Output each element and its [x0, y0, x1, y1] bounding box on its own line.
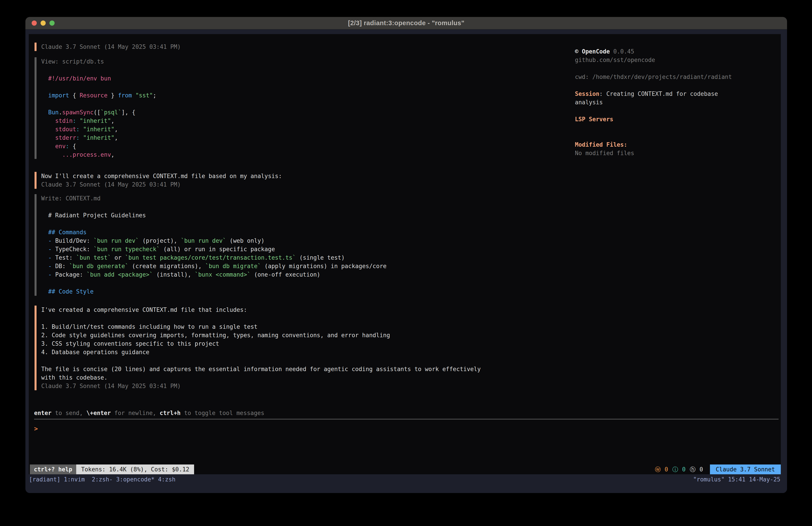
text-line: Now I'll create a comprehensive CONTEXT.… [41, 172, 563, 180]
tmux-status-bar: [radiant] 1:nvim 2:zsh- 3:opencode* 4:zs… [25, 474, 787, 493]
status-sidebar: © OpenCode 0.0.45github.com/sst/opencode… [575, 47, 775, 157]
block-content: Now I'll create a comprehensive CONTEXT.… [41, 172, 563, 189]
model-badge[interactable]: Claude 3.7 Sonnet [710, 465, 781, 474]
block-content: View: script/db.ts #!/usr/bin/env bun im… [41, 57, 563, 159]
lsp-diagnostics: ⓦ 0ⓘ 0ⓗ 0 [651, 465, 703, 474]
message-accent-bar [34, 172, 37, 189]
text-line [41, 66, 563, 74]
text-line: 4. Database operations guidance [41, 348, 563, 356]
text-line: env: { [41, 142, 563, 151]
message-accent-bar [34, 43, 37, 51]
text-line: No modified files [575, 149, 775, 157]
terminal-content: Claude 3.7 Sonnet (14 May 2025 03:41 PM)… [25, 29, 787, 493]
text-line: - Package: `bun add <package>` (install)… [41, 270, 563, 279]
prompt-symbol: > [34, 425, 38, 432]
text-line: #!/usr/bin/env bun [41, 74, 563, 83]
text-line: ## Code Style [41, 287, 563, 296]
text-line: stdout: "inherit", [41, 125, 563, 133]
assistant-message-block: I've created a comprehensive CONTEXT.md … [34, 305, 563, 390]
text-line: Claude 3.7 Sonnet (14 May 2025 03:41 PM) [41, 43, 563, 51]
block-content: Write: CONTEXT.md # Radiant Project Guid… [41, 194, 563, 296]
assistant-message-block: Now I'll create a comprehensive CONTEXT.… [34, 172, 563, 189]
block-content: Claude 3.7 Sonnet (14 May 2025 03:41 PM) [41, 43, 563, 51]
status-spacer [194, 465, 651, 474]
text-line: - TypeCheck: `bun run typecheck` (all) o… [41, 245, 563, 253]
text-line: LSP Servers [575, 115, 775, 124]
terminal-window: [2/3] radiant:3:opencode - "romulus" Cla… [25, 17, 787, 493]
tokens-cost-badge: Tokens: 16.4K (8%), Cost: $0.12 [76, 465, 194, 474]
message-accent-bar [34, 305, 37, 390]
text-line: with this codebase. [41, 373, 563, 382]
text-line: cwd: /home/thdxr/dev/projects/radiant/ra… [575, 73, 775, 81]
close-button[interactable] [32, 20, 37, 26]
text-line: Claude 3.7 Sonnet (14 May 2025 03:41 PM) [41, 180, 563, 189]
input-hint: enter to send, \+enter for newline, ctrl… [34, 409, 264, 417]
text-line [41, 100, 563, 108]
text-line: Modified Files: [575, 140, 775, 149]
desktop-background: { "window": { "title": "[2/3] radiant:3:… [0, 0, 812, 526]
status-bar: ctrl+? help Tokens: 16.4K (8%), Cost: $0… [30, 465, 781, 474]
warnings-count: ⓦ 0 [655, 466, 668, 473]
text-line: # Radiant Project Guidelines [41, 211, 563, 219]
text-line: stdin: "inherit", [41, 117, 563, 125]
text-line [41, 356, 563, 365]
text-line [41, 279, 563, 287]
prompt-line[interactable]: > [34, 425, 38, 433]
tmux-host-clock: "romulus" 15:41 14-May-25 [693, 475, 780, 484]
text-line: 1. Build/lint/test commands including ho… [41, 323, 563, 331]
text-line [41, 219, 563, 228]
text-line [575, 81, 775, 89]
assistant-message-block: Claude 3.7 Sonnet (14 May 2025 03:41 PM) [34, 43, 563, 51]
traffic-lights [32, 17, 55, 29]
text-line: ## Commands [41, 228, 563, 237]
text-line: I've created a comprehensive CONTEXT.md … [41, 305, 563, 314]
text-line: The file is concise (20 lines) and captu… [41, 365, 563, 373]
text-line [41, 203, 563, 211]
tmux-session-windows[interactable]: [radiant] 1:nvim 2:zsh- 3:opencode* 4:zs… [29, 475, 175, 484]
text-line: enter to send, \+enter for newline, ctrl… [34, 409, 264, 417]
window-title: [2/3] radiant:3:opencode - "romulus" [348, 19, 464, 27]
text-line: - Build/Dev: `bun run dev` (project), `b… [41, 237, 563, 245]
text-line: Claude 3.7 Sonnet (14 May 2025 03:41 PM) [41, 382, 563, 390]
tool-accent-bar [34, 57, 37, 159]
input-separator [34, 419, 779, 420]
opencode-tui: Claude 3.7 Sonnet (14 May 2025 03:41 PM)… [29, 34, 781, 474]
window-titlebar[interactable]: [2/3] radiant:3:opencode - "romulus" [25, 17, 787, 29]
text-line [575, 106, 775, 115]
text-line: analysis [575, 98, 775, 106]
text-line: - DB: `bun db generate` (create migratio… [41, 262, 563, 270]
text-line: Write: CONTEXT.md [41, 194, 563, 203]
tool-invocation-block: View: script/db.ts #!/usr/bin/env bun im… [34, 57, 563, 159]
minimize-button[interactable] [41, 20, 46, 26]
hints-count: ⓗ 0 [690, 466, 703, 473]
block-content: I've created a comprehensive CONTEXT.md … [41, 305, 563, 390]
text-line: stderr: "inherit", [41, 133, 563, 142]
text-line: - Test: `bun test` or `bun test packages… [41, 253, 563, 262]
text-line [41, 83, 563, 91]
text-line: Session: Creating CONTEXT.md for codebas… [575, 89, 775, 98]
text-line [575, 64, 775, 73]
text-line: github.com/sst/opencode [575, 56, 775, 64]
text-line: View: script/db.ts [41, 57, 563, 66]
text-line [575, 132, 775, 140]
text-line [41, 314, 563, 323]
text-line [575, 124, 775, 132]
chat-transcript: Claude 3.7 Sonnet (14 May 2025 03:41 PM)… [34, 43, 563, 390]
text-line: ...process.env, [41, 151, 563, 159]
tool-accent-bar [34, 194, 37, 296]
text-line: © OpenCode 0.0.45 [575, 47, 775, 56]
info-count: ⓘ 0 [672, 466, 686, 473]
tool-invocation-block: Write: CONTEXT.md # Radiant Project Guid… [34, 194, 563, 296]
zoom-button[interactable] [49, 20, 55, 26]
text-line: 2. Code style guidelines covering import… [41, 331, 563, 339]
text-line: import { Resource } from "sst"; [41, 91, 563, 100]
help-shortcut-badge[interactable]: ctrl+? help [30, 465, 76, 474]
text-line: Bun.spawnSync([`psql`], { [41, 108, 563, 117]
text-line: 3. CSS styling conventions specific to t… [41, 339, 563, 348]
